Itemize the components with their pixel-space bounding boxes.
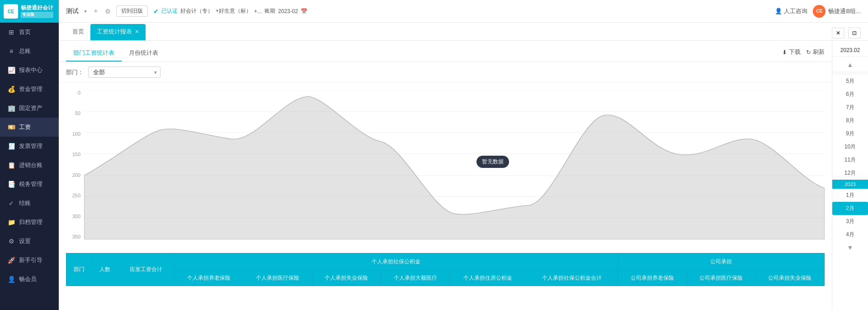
- certified-icon: ✔: [153, 8, 159, 15]
- tab-close-icon[interactable]: ✕: [135, 29, 139, 35]
- sidebar-item-guide[interactable]: 🚀 新手引导: [0, 251, 59, 270]
- app-logo: CE 畅捷通好会计 专业版: [0, 0, 59, 23]
- sidebar: CE 畅捷通好会计 专业版 ⊞ 首页 ≡ 总账 📈 报表中心 💰 资金管理 🏢 …: [0, 0, 59, 310]
- logo-initials: CE: [8, 9, 14, 14]
- sidebar-label-ledger: 总账: [19, 47, 31, 55]
- date-current: 2023.02: [832, 44, 868, 57]
- sidebar-item-archive[interactable]: 📁 归档管理: [0, 213, 59, 232]
- topbar-settings-btn[interactable]: ⚙: [105, 8, 111, 15]
- switch-version-button[interactable]: 切到旧版: [116, 5, 148, 17]
- date-nav-up[interactable]: ▲: [845, 59, 856, 70]
- account-type: 好会计（专）: [180, 7, 213, 15]
- tax-icon: 📑: [7, 181, 15, 188]
- subtab-bar: 部门工资统计表 月份统计表 ⬇ 下载 ↻ 刷新: [59, 41, 832, 62]
- help-button[interactable]: 👤 人工咨询: [775, 7, 807, 15]
- date-month-jun[interactable]: 6月: [832, 88, 868, 101]
- sidebar-label-guide: 新手引导: [19, 256, 42, 264]
- download-button[interactable]: ⬇ 下载: [782, 48, 801, 56]
- date-year-2022: [832, 71, 868, 75]
- col-personal-total: 个人承担社保公积金合计: [526, 271, 618, 286]
- date-month-aug[interactable]: 8月: [832, 114, 868, 127]
- sidebar-label-asset: 固定资产: [19, 104, 42, 112]
- y-label-3: 200: [66, 172, 84, 178]
- refresh-button[interactable]: ↻ 刷新: [806, 48, 825, 56]
- y-label-2: 250: [66, 193, 84, 198]
- sidebar-item-settings[interactable]: ⚙ 设置: [0, 232, 59, 251]
- home-icon: ⊞: [7, 29, 15, 36]
- y-label-5: 100: [66, 131, 84, 137]
- main-content: 测试 ▾ ＋ ⚙ 切到旧版 ✔ 已认证 好会计（专） +好生意（标） +... …: [59, 0, 868, 310]
- sidebar-item-member[interactable]: 👤 畅会员: [0, 270, 59, 289]
- sidebar-item-fund[interactable]: 💰 资金管理: [0, 80, 59, 99]
- filter-bar: 部门： 全部 财务部 人事部 技术部 销售部: [59, 62, 832, 83]
- chart-svg: [84, 90, 825, 239]
- sidebar-item-report[interactable]: 📈 报表中心: [0, 61, 59, 80]
- y-label-7: 0: [66, 90, 84, 95]
- user-menu[interactable]: CE 畅捷通B组...: [813, 5, 861, 18]
- sidebar-label-checkout: 结账: [19, 199, 31, 207]
- sidebar-item-asset[interactable]: 🏢 固定资产: [0, 99, 59, 118]
- ledger-icon: ≡: [7, 48, 15, 55]
- member-icon: 👤: [7, 276, 15, 283]
- date-month-jan[interactable]: 1月: [832, 189, 868, 202]
- col-company-pension: 公司承担养老保险: [618, 271, 686, 286]
- sidebar-label-fund: 资金管理: [19, 85, 42, 93]
- topbar-right: 👤 人工咨询 CE 畅捷通B组...: [775, 5, 861, 18]
- sidebar-label-invoice: 发票管理: [19, 142, 42, 150]
- settings-icon: ⚙: [7, 238, 15, 245]
- date-month-oct[interactable]: 10月: [832, 140, 868, 153]
- subtab-dept[interactable]: 部门工资统计表: [66, 45, 122, 62]
- date-month-dec[interactable]: 12月: [832, 167, 868, 180]
- topbar-dropdown-arrow[interactable]: ▾: [84, 8, 87, 14]
- topbar-add-btn[interactable]: ＋: [92, 6, 99, 16]
- window-close-button[interactable]: ✕: [832, 28, 844, 38]
- sidebar-label-member: 畅会员: [19, 275, 37, 283]
- sidebar-item-checkout[interactable]: ✓ 结账: [0, 194, 59, 213]
- sidebar-item-salary[interactable]: 💴 工资: [0, 118, 59, 137]
- tab-home[interactable]: 首页: [66, 24, 90, 40]
- date-month-mar[interactable]: 3月: [832, 215, 868, 228]
- date-nav-down[interactable]: ▼: [845, 242, 856, 253]
- col-personal-insurance: 个人承担社保公积金: [174, 253, 618, 271]
- date-month-apr[interactable]: 4月: [832, 228, 868, 241]
- sales-icon: 📋: [7, 162, 15, 169]
- tab-salary-report[interactable]: 工资统计报表 ✕: [90, 24, 146, 40]
- calendar-icon[interactable]: 📅: [301, 8, 307, 14]
- invoice-icon: 🧾: [7, 143, 15, 150]
- refresh-icon: ↻: [806, 49, 811, 56]
- date-month-feb[interactable]: 2月: [832, 202, 868, 215]
- col-personal-pension: 个人承担养老保险: [174, 271, 243, 286]
- sidebar-item-sales[interactable]: 📋 进销台账: [0, 156, 59, 175]
- date-month-may[interactable]: 5月: [832, 75, 868, 88]
- topbar-status: ✔ 已认证 好会计（专） +好生意（标） +... 账期 2023-02 📅: [153, 7, 307, 15]
- plan-more: +...: [254, 8, 262, 14]
- sidebar-label-report: 报表中心: [19, 66, 42, 74]
- col-headcount: 人数: [92, 253, 118, 286]
- date-month-nov[interactable]: 11月: [832, 153, 868, 167]
- certified-badge: 已认证: [161, 7, 178, 15]
- chart-area-path: [84, 96, 825, 239]
- date-month-jul[interactable]: 7月: [832, 101, 868, 114]
- filter-label: 部门：: [66, 68, 84, 76]
- y-label-6: 50: [66, 110, 84, 116]
- sidebar-item-tax[interactable]: 📑 税务管理: [0, 175, 59, 194]
- period-value: 2023-02: [278, 8, 298, 14]
- subtab-monthly[interactable]: 月份统计表: [122, 45, 165, 62]
- col-personal-unemployment: 个人承担失业保险: [312, 271, 381, 286]
- col-dept: 部门: [66, 253, 92, 286]
- sidebar-item-ledger[interactable]: ≡ 总账: [0, 42, 59, 61]
- sidebar-label-settings: 设置: [19, 237, 31, 245]
- app-name: 畅捷通好会计: [21, 5, 53, 12]
- page-content: 部门工资统计表 月份统计表 ⬇ 下载 ↻ 刷新: [59, 41, 868, 310]
- dept-select[interactable]: 全部 财务部 人事部 技术部 销售部: [88, 67, 160, 78]
- sidebar-label-salary: 工资: [19, 123, 31, 131]
- username: 畅捷通B组...: [828, 7, 861, 15]
- topbar-title: 测试: [66, 7, 79, 15]
- y-axis: 350 300 250 200 150 100 50 0: [66, 90, 84, 239]
- window-maximize-button[interactable]: ⊡: [848, 28, 861, 38]
- sidebar-item-home[interactable]: ⊞ 首页: [0, 23, 59, 42]
- sidebar-label-tax: 税务管理: [19, 180, 42, 188]
- sidebar-item-invoice[interactable]: 🧾 发票管理: [0, 137, 59, 156]
- date-month-sep[interactable]: 9月: [832, 127, 868, 140]
- sidebar-nav: ⊞ 首页 ≡ 总账 📈 报表中心 💰 资金管理 🏢 固定资产 💴 工资 🧾 发票…: [0, 23, 59, 310]
